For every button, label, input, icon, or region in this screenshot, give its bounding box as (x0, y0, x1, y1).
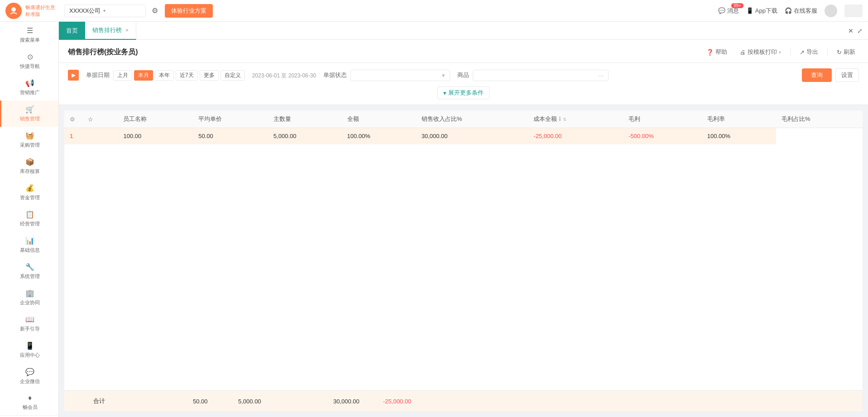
goods-filter: 商品 ··· (457, 70, 609, 81)
date-label: 单据日期 (86, 71, 110, 79)
date-range-text: 2023-06-01 至 2023-06-30 (252, 72, 316, 80)
sidebar-icon-enterprise: 🏢 (25, 289, 34, 297)
goods-select[interactable]: ··· (473, 70, 609, 81)
sidebar-icon-quick-nav: ⊙ (27, 53, 33, 61)
message-icon: 💬 (718, 7, 725, 14)
expand-more-button[interactable]: ▾ 展开更多条件 (437, 86, 489, 99)
footer-avg-price (142, 399, 187, 403)
date-filter: 单据日期 上月 本月 本年 近7天 更多 自定义 (86, 70, 245, 81)
message-badge: 99+ (731, 3, 743, 8)
avatar[interactable] (825, 5, 837, 17)
chevron-down-icon2: ▾ (443, 90, 446, 96)
sidebar-item-quick-nav[interactable]: ⊙ 快捷导航 (0, 48, 58, 74)
trial-button[interactable]: 体验行业方案 (165, 4, 213, 18)
settings-icon[interactable]: ⚙ (149, 5, 161, 17)
sidebar-item-system[interactable]: 🔧 系统管理 (0, 258, 58, 284)
date-btn-7days[interactable]: 近7天 (176, 70, 198, 81)
sidebar-item-enterprise[interactable]: 🏢 企业协同 (0, 284, 58, 311)
sidebar-label-purchase: 采购管理 (20, 142, 40, 149)
tab-sales-ranking[interactable]: 销售排行榜 × (85, 22, 136, 40)
date-btn-more[interactable]: 更多 (200, 70, 219, 81)
status-select[interactable]: ▾ (350, 70, 450, 81)
tab-bar: 首页 销售排行榜 × ✕ ⤢ (59, 22, 868, 40)
close-window-icon[interactable]: ✕ (848, 27, 854, 34)
sidebar-item-finance[interactable]: 💰 资金管理 (0, 179, 58, 206)
cell-rank: 1 (64, 128, 82, 144)
th-gross_pct: 毛利占比% (776, 110, 863, 128)
th-avg_price: 平均单价 (193, 110, 268, 128)
settings-button[interactable]: 设置 (835, 68, 859, 82)
date-buttons: 上月 本月 本年 近7天 更多 自定义 (113, 70, 245, 81)
download-icon: 📱 (746, 7, 753, 14)
app-download-button[interactable]: 📱 App下载 (746, 7, 777, 15)
tab-label: 销售排行榜 (92, 26, 122, 34)
footer-sales-pct (278, 399, 328, 403)
print-button[interactable]: 🖨 按模板打印 ▾ (736, 46, 785, 58)
help-button[interactable]: ❓ 帮助 (703, 46, 731, 58)
sidebar-label-search-order: 搜索菜单 (20, 37, 40, 43)
maximize-icon[interactable]: ⤢ (857, 27, 863, 34)
sidebar-item-basic-info[interactable]: 📊 基础信息 (0, 232, 58, 258)
message-button[interactable]: 💬 消息 99+ (718, 7, 739, 15)
sidebar-label-system: 系统管理 (20, 273, 40, 280)
sidebar-item-purchase[interactable]: 🧺 采购管理 (0, 127, 58, 153)
sidebar-item-app-center[interactable]: 📱 应用中心 (0, 337, 58, 363)
page-header: 销售排行榜(按业务员) ❓ 帮助 🖨 按模板打印 ▾ (59, 40, 868, 63)
date-btn-this-month[interactable]: 本月 (134, 70, 153, 81)
export-icon: ↗ (800, 49, 805, 56)
footer-gross: -25,000.00 (378, 396, 427, 407)
sidebar-item-sales[interactable]: 🛒 销售管理 (0, 101, 58, 127)
online-service-button[interactable]: 🎧 在线客服 (785, 7, 817, 15)
sidebar-icon-guide: 📖 (25, 315, 34, 324)
export-button[interactable]: ↗ 导出 (796, 46, 822, 58)
date-btn-last-month[interactable]: 上月 (113, 70, 132, 81)
sidebar-icon-finance: 💰 (25, 184, 34, 192)
page-title: 销售排行榜(按业务员) (68, 48, 138, 57)
sidebar-bottom: ⚙ ◀ (0, 415, 58, 417)
settings-col-icon[interactable]: ⚙ (70, 116, 75, 123)
th-rank: ☆ (82, 110, 118, 128)
th-rank: ⚙ (64, 110, 82, 128)
sidebar-label-enterprise: 企业协同 (20, 299, 40, 306)
refresh-button[interactable]: ↻ 刷新 (833, 46, 859, 58)
footer-quantity: 50.00 (187, 396, 233, 407)
th-sales_pct: 销售收入占比% (416, 110, 528, 128)
sidebar-label-sales: 销售管理 (20, 115, 40, 122)
sidebar-icon-member: ♦ (28, 394, 32, 402)
sidebar-label-member: 畅会员 (23, 404, 38, 411)
company-selector[interactable]: XXXXX公司 ▾ (64, 5, 146, 17)
date-btn-this-year[interactable]: 本年 (155, 70, 174, 81)
footer-cost: 30,000.00 (328, 396, 378, 407)
table-row[interactable]: 1100.0050.005,000.00100.00%30,000.00-25,… (64, 128, 863, 144)
sidebar-item-operations[interactable]: 📋 经营管理 (0, 206, 58, 232)
goods-label: 商品 (457, 71, 469, 79)
sidebar-item-inventory[interactable]: 📦 库存核算 (0, 153, 58, 179)
tab-controls: ✕ ⤢ (843, 27, 868, 34)
sidebar-item-marketing[interactable]: 📢 营销推广 (0, 74, 58, 101)
info-icon[interactable]: ℹ (559, 115, 561, 122)
headset-icon: 🎧 (785, 7, 792, 14)
sort-icon[interactable]: ⇅ (563, 117, 566, 122)
print-chevron-icon: ▾ (779, 50, 781, 55)
svg-point-0 (11, 7, 16, 12)
chevron-down-icon: ▾ (103, 8, 106, 13)
date-btn-custom[interactable]: 自定义 (221, 70, 245, 81)
query-button[interactable]: 查询 (802, 68, 832, 82)
top-right-actions: 💬 消息 99+ 📱 App下载 🎧 在线客服 (718, 5, 863, 17)
footer-label: 合计 (88, 395, 142, 407)
sidebar-label-quick-nav: 快捷导航 (20, 63, 40, 70)
tab-close-icon[interactable]: × (125, 27, 129, 34)
footer-amount: 5,000.00 (233, 396, 278, 407)
user-name[interactable] (844, 5, 863, 17)
sidebar-icon-inventory: 📦 (25, 158, 34, 166)
filter-toggle-button[interactable]: ▶ (68, 70, 79, 81)
sidebar-item-wechat[interactable]: 💬 企业微信 (0, 363, 58, 389)
sidebar-item-search-order[interactable]: ☰ 搜索菜单 (0, 22, 58, 48)
sidebar-label-app-center: 应用中心 (20, 352, 40, 359)
sidebar-item-guide[interactable]: 📖 新手引导 (0, 311, 58, 337)
sidebar-item-member[interactable]: ♦ 畅会员 (0, 389, 58, 415)
sidebar-icon-purchase: 🧺 (25, 131, 34, 140)
tab-home[interactable]: 首页 (59, 22, 85, 40)
th-amount: 全额 (342, 110, 416, 128)
sidebar-label-basic-info: 基础信息 (20, 247, 40, 254)
